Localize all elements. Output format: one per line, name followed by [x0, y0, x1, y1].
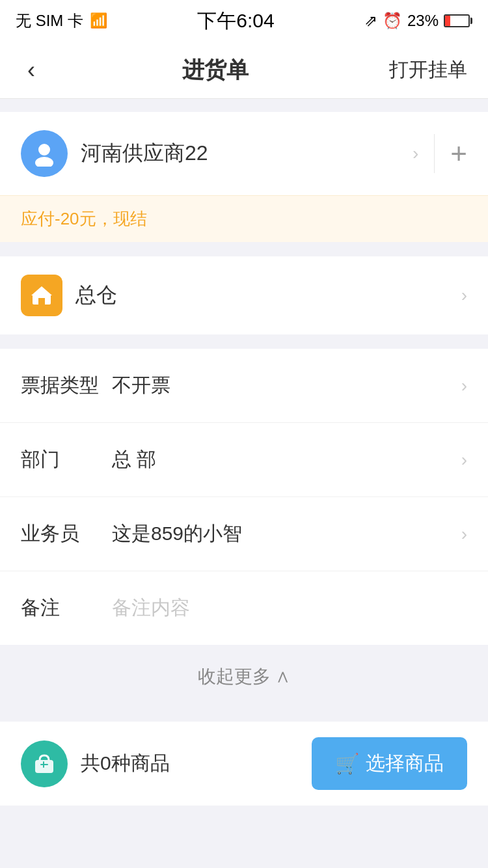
product-icon-wrap [21, 740, 68, 787]
svg-rect-7 [43, 761, 44, 768]
svg-point-0 [38, 144, 50, 156]
product-icon [31, 751, 57, 777]
status-bar: 无 SIM 卡 📶 下午6:04 ⇗ ⏰ 23% [0, 0, 488, 42]
alarm-icon: ⏰ [383, 12, 402, 30]
salesman-row[interactable]: 业务员 这是859的小智 › [0, 497, 488, 571]
collapse-label: 收起更多 ∧ [198, 664, 291, 689]
battery-label: 23% [407, 12, 439, 30]
department-chevron-icon: › [461, 450, 467, 470]
add-supplier-button[interactable]: + [450, 139, 467, 168]
remark-row[interactable]: 备注 备注内容 [0, 571, 488, 645]
remark-input[interactable]: 备注内容 [112, 595, 467, 621]
svg-rect-4 [38, 298, 45, 305]
department-label: 部门 [21, 446, 112, 473]
department-row[interactable]: 部门 总 部 › [0, 423, 488, 497]
nav-bar: ‹ 进货单 打开挂单 [0, 42, 488, 99]
salesman-chevron-icon: › [461, 524, 467, 545]
select-product-icon: 🛒 [335, 752, 359, 775]
vertical-divider [434, 134, 435, 173]
collapse-button[interactable]: 收起更多 ∧ [0, 646, 488, 707]
supplier-chevron-icon: › [413, 143, 418, 164]
warehouse-row[interactable]: 总仓 › [0, 256, 488, 334]
svg-marker-3 [31, 286, 52, 295]
product-count-label: 共0种商品 [81, 750, 312, 777]
section-gap-2 [0, 243, 488, 256]
bottom-bar: 共0种商品 🛒 选择商品 [0, 722, 488, 806]
supplier-card: 河南供应商22 › + 应付-20元，现结 [0, 112, 488, 242]
notice-bar: 应付-20元，现结 [0, 195, 488, 242]
battery-icon [444, 14, 472, 27]
open-pending-button[interactable]: 打开挂单 [389, 57, 467, 83]
warehouse-icon-wrap [21, 275, 62, 316]
location-icon: ⇗ [364, 12, 377, 30]
wifi-icon: 📶 [90, 12, 107, 29]
supplier-name: 河南供应商22 [81, 139, 413, 168]
section-gap-1 [0, 99, 488, 112]
invoice-type-label: 票据类型 [21, 372, 112, 399]
warehouse-chevron-icon: › [461, 285, 467, 306]
form-card: 票据类型 不开票 › 部门 总 部 › 业务员 这是859的小智 › 备注 备注… [0, 349, 488, 645]
status-left: 无 SIM 卡 📶 [16, 10, 107, 31]
status-right: ⇗ ⏰ 23% [364, 12, 472, 30]
warehouse-name: 总仓 [75, 281, 461, 310]
page-title: 进货单 [182, 55, 249, 85]
status-time: 下午6:04 [197, 8, 274, 34]
section-gap-3 [0, 336, 488, 349]
carrier-label: 无 SIM 卡 [16, 10, 83, 31]
back-button[interactable]: ‹ [21, 50, 42, 90]
salesman-label: 业务员 [21, 521, 112, 547]
salesman-value: 这是859的小智 [112, 521, 461, 547]
person-icon [31, 141, 57, 167]
select-product-label: 选择商品 [366, 750, 444, 777]
page-background [0, 806, 488, 868]
warehouse-icon [30, 284, 53, 307]
department-value: 总 部 [112, 446, 461, 473]
invoice-type-row[interactable]: 票据类型 不开票 › [0, 349, 488, 423]
supplier-avatar [21, 130, 68, 177]
supplier-row[interactable]: 河南供应商22 › + [0, 112, 488, 195]
svg-point-1 [35, 157, 53, 167]
section-gap-4 [0, 707, 488, 720]
notice-text: 应付-20元，现结 [21, 209, 147, 228]
invoice-type-chevron-icon: › [461, 375, 467, 396]
remark-label: 备注 [21, 595, 112, 621]
warehouse-card[interactable]: 总仓 › [0, 256, 488, 334]
invoice-type-value: 不开票 [112, 372, 461, 399]
select-product-button[interactable]: 🛒 选择商品 [312, 737, 467, 790]
